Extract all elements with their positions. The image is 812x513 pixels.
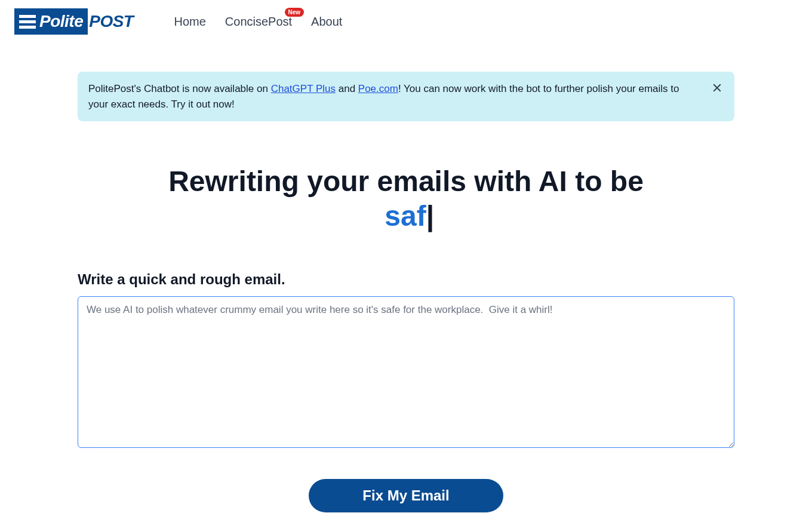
- alert-mid: and: [336, 83, 358, 94]
- email-input[interactable]: [78, 296, 734, 448]
- nav-concise-label: ConcisePost: [225, 15, 292, 28]
- badge-new: New: [285, 8, 304, 17]
- link-poe[interactable]: Poe.com: [358, 83, 398, 94]
- hero-animated-word: saf: [385, 200, 426, 232]
- link-chatgpt[interactable]: ChatGPT Plus: [271, 83, 336, 94]
- hamburger-icon: [19, 15, 36, 29]
- logo-mark: Polite: [14, 8, 88, 35]
- nav-links: Home ConcisePost New About: [174, 15, 342, 29]
- logo-text-post: POST: [89, 12, 133, 31]
- info-alert: PolitePost's Chatbot is now available on…: [78, 72, 734, 121]
- close-icon: [712, 82, 722, 93]
- hero-line1: Rewriting your emails with AI to be: [168, 165, 644, 197]
- hero: Rewriting your emails with AI to be saf|: [78, 164, 734, 233]
- action-area: Fix My Email *Takes up to 20s for Togeth…: [78, 479, 734, 513]
- nav-about[interactable]: About: [311, 15, 342, 29]
- navbar: Polite POST Home ConcisePost New About: [0, 0, 812, 43]
- logo-link[interactable]: Polite POST: [14, 8, 133, 35]
- main-container: PolitePost's Chatbot is now available on…: [66, 72, 746, 513]
- alert-close-button[interactable]: [710, 81, 724, 96]
- fix-email-button[interactable]: Fix My Email: [309, 479, 503, 512]
- nav-home[interactable]: Home: [174, 15, 205, 29]
- textarea-label: Write a quick and rough email.: [78, 271, 734, 288]
- logo-text-polite: Polite: [39, 12, 83, 31]
- alert-prefix: PolitePost's Chatbot is now available on: [88, 83, 271, 94]
- hero-heading: Rewriting your emails with AI to be saf|: [78, 164, 734, 233]
- nav-concise[interactable]: ConcisePost New: [225, 15, 292, 29]
- alert-text: PolitePost's Chatbot is now available on…: [88, 81, 699, 112]
- typing-cursor: |: [426, 199, 427, 234]
